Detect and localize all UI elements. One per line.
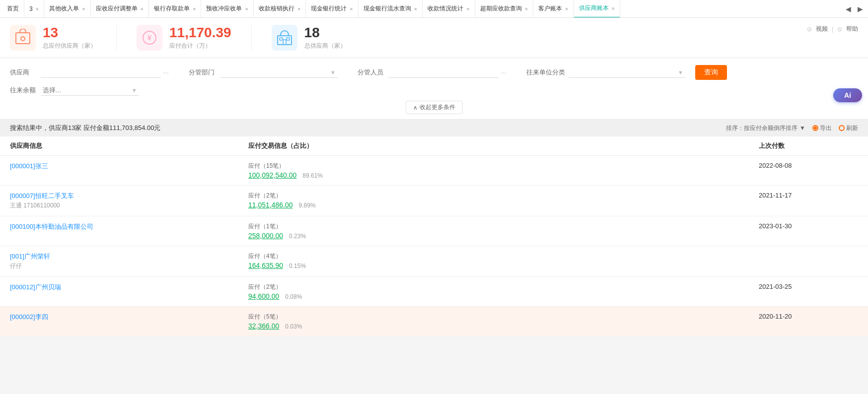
- person-dots[interactable]: ···: [501, 68, 506, 76]
- payable-amount[interactable]: 258,000.00: [248, 232, 283, 240]
- close-tab-icon[interactable]: ×: [466, 6, 469, 12]
- supplier-link[interactable]: [000002]李四: [10, 313, 48, 321]
- nav-tab-advance-collect[interactable]: 预收冲应收单×: [201, 0, 253, 18]
- last-pay-date: 2021-11-17: [759, 192, 792, 199]
- supplier-input[interactable]: [41, 67, 161, 78]
- unit-class-input[interactable]: [570, 68, 678, 76]
- table-row: [000007]恒旺二手叉车王通 17106110000应付（2笔）11,051…: [0, 186, 868, 216]
- nav-tab-t3[interactable]: 3×: [24, 0, 44, 18]
- close-tab-icon[interactable]: ×: [193, 6, 196, 12]
- close-tab-icon[interactable]: ×: [414, 6, 417, 12]
- dept-chevron-icon: ▼: [330, 69, 336, 75]
- last-pay-date: 2022-08-08: [759, 162, 792, 169]
- balance-select[interactable]: ▼: [41, 85, 139, 96]
- collapse-label: 收起更多条件: [420, 103, 455, 112]
- nav-tab-customer-account[interactable]: 客户账本×: [533, 0, 574, 18]
- payable-info-cell: 应付（2笔）11,051,486.009.89%: [248, 192, 759, 209]
- supplier-link[interactable]: [001]广州荣轩: [10, 253, 50, 260]
- nav-tab-home[interactable]: 首页: [2, 0, 24, 18]
- nav-tab-cash-bank-flow[interactable]: 现金银行流水查询×: [359, 0, 423, 18]
- supplier-payable-icon: [10, 25, 36, 51]
- last-pay-cell: 2021-11-17: [759, 192, 858, 199]
- balance-field: 往来余额 ▼: [10, 85, 139, 96]
- nav-tab-ap-adjust[interactable]: 应收应付调整单×: [91, 0, 149, 18]
- last-pay-cell: 2022-08-08: [759, 162, 858, 169]
- collapse-button[interactable]: ∧ 收起更多条件: [406, 101, 463, 114]
- table-container: 供应商信息 应付交易信息（占比） 上次付数 [000001]张三应付（15笔）1…: [0, 136, 868, 336]
- svg-rect-6: [287, 38, 289, 40]
- payable-label: 应付（15笔）: [248, 162, 759, 170]
- last-pay-cell: 2021-03-25: [759, 283, 858, 290]
- close-tab-icon[interactable]: ×: [297, 6, 300, 12]
- payable-info-cell: 应付（1笔）258,000.000.23%: [248, 222, 759, 240]
- close-tab-icon[interactable]: ×: [82, 6, 85, 12]
- nav-tab-bank-deposit[interactable]: 银行存取款单×: [149, 0, 201, 18]
- supplier-label: 供应商: [10, 68, 38, 77]
- search-row-2: 往来余额 ▼: [10, 85, 858, 96]
- supplier-field: 供应商 ···: [10, 67, 169, 78]
- dept-field: 分管部门 ▼: [189, 67, 338, 78]
- close-tab-icon[interactable]: ×: [612, 5, 615, 11]
- table-row: [000001]张三应付（15笔）100,092,540.0089.61%202…: [0, 156, 868, 186]
- payable-label: 应付（1笔）: [248, 222, 759, 231]
- close-tab-icon[interactable]: ×: [245, 6, 248, 12]
- nav-tab-other-income[interactable]: 其他收入单×: [44, 0, 90, 18]
- results-summary: 搜索结果中，供应商13家 应付金额111,703,854.00元: [10, 124, 160, 132]
- video-link[interactable]: 视频: [816, 25, 828, 33]
- sort-select[interactable]: 排序：按应付余额倒序排序 ▼: [726, 124, 805, 132]
- supplier-info-cell: [000100]本特勤油品有限公司: [10, 222, 248, 231]
- stat-label-payable-total: 应付合计（万）: [169, 42, 231, 50]
- supplier-link[interactable]: [000007]恒旺二手叉车: [10, 192, 74, 199]
- person-field: 分管人员 ···: [358, 67, 506, 78]
- refresh-button[interactable]: 刷新: [839, 124, 858, 132]
- nav-arrow-right[interactable]: ▶: [854, 0, 866, 18]
- stat-text-payable-total: 11,170.39 应付合计（万）: [169, 25, 231, 50]
- balance-chevron-icon: ▼: [132, 87, 137, 93]
- collapse-chevron-icon: ∧: [413, 104, 418, 111]
- supplier-link[interactable]: [000001]张三: [10, 162, 48, 170]
- table-row: [000002]李四应付（5笔）32,366.000.03%2020-11-20: [0, 307, 868, 336]
- supplier-dots[interactable]: ···: [163, 68, 169, 76]
- close-tab-icon[interactable]: ×: [141, 6, 144, 12]
- supplier-link[interactable]: [000100]本特勤油品有限公司: [10, 223, 93, 230]
- close-tab-icon[interactable]: ×: [350, 6, 353, 12]
- balance-input[interactable]: [43, 86, 132, 94]
- results-right: 排序：按应付余额倒序排序 ▼ 导出 刷新: [726, 124, 858, 132]
- dept-select[interactable]: ▼: [219, 67, 338, 78]
- dept-input[interactable]: [221, 68, 330, 76]
- export-label: 导出: [820, 124, 832, 132]
- payable-label: 应付（5笔）: [248, 313, 759, 321]
- stat-label-total-suppliers: 总供应商（家）: [304, 42, 346, 50]
- nav-arrow-left[interactable]: ◀: [842, 0, 854, 18]
- unit-class-select[interactable]: ▼: [568, 67, 685, 78]
- payable-amount[interactable]: 164,635.90: [248, 262, 283, 269]
- payable-amount[interactable]: 100,092,540.00: [248, 171, 296, 179]
- payable-amount[interactable]: 32,366.00: [248, 322, 279, 330]
- payable-amount[interactable]: 94,600.00: [248, 292, 279, 300]
- ai-button[interactable]: Ai: [833, 88, 862, 102]
- payable-total-icon: ¥: [137, 25, 162, 51]
- nav-tab-receipt-exec[interactable]: 收款核销执行×: [254, 0, 306, 18]
- export-button[interactable]: 导出: [812, 124, 832, 132]
- svg-text:¥: ¥: [147, 34, 151, 42]
- close-tab-icon[interactable]: ×: [525, 6, 528, 12]
- supplier-sub-info: 仔仔: [10, 262, 248, 270]
- nav-tab-collection-stat[interactable]: 收款情况统计×: [423, 0, 475, 18]
- stat-number-payable-total: 11,170.39: [169, 25, 231, 41]
- nav-tab-overdue-query[interactable]: 超期应收款查询×: [475, 0, 533, 18]
- close-tab-icon[interactable]: ×: [36, 6, 39, 12]
- svg-rect-5: [280, 38, 283, 40]
- payable-amount[interactable]: 11,051,486.00: [248, 201, 293, 209]
- help-link[interactable]: 帮助: [846, 25, 858, 33]
- person-input[interactable]: [388, 67, 499, 78]
- last-pay-cell: 2020-11-20: [759, 313, 858, 320]
- nav-tab-supplier-account[interactable]: 供应商账本×: [574, 0, 620, 18]
- query-button[interactable]: 查询: [695, 65, 727, 80]
- col-header-supplier: 供应商信息: [10, 141, 248, 150]
- close-tab-icon[interactable]: ×: [565, 6, 568, 12]
- nav-tab-cash-bank-stat[interactable]: 现金银行统计×: [306, 0, 358, 18]
- supplier-link[interactable]: [000012]广州贝瑞: [10, 283, 61, 291]
- svg-point-1: [21, 37, 25, 41]
- payable-percent: 0.15%: [289, 263, 306, 269]
- payable-percent: 89.61%: [302, 172, 323, 179]
